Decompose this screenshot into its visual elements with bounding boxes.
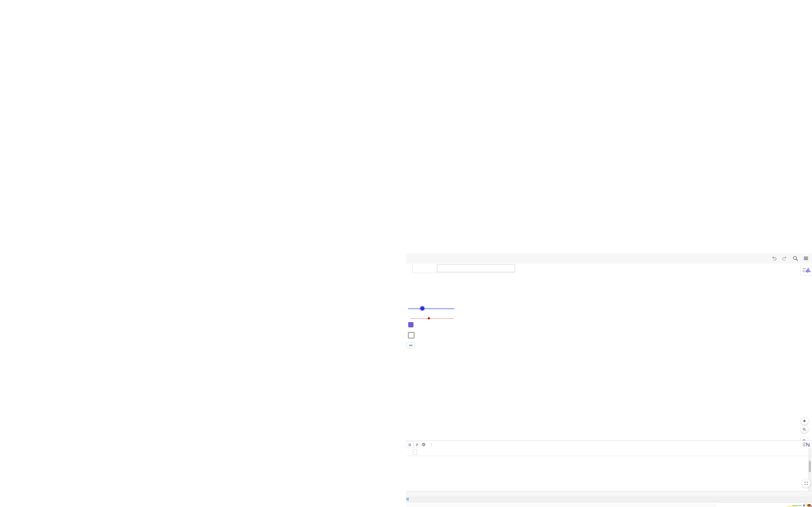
menu-icon[interactable] xyxy=(802,254,810,263)
system-monitor-hud xyxy=(715,502,812,507)
quadrant-bottom-left-mirror xyxy=(0,253,406,507)
tracing-checkbox[interactable] xyxy=(408,332,414,338)
stylebar-kebab-icon[interactable]: ⋮ xyxy=(428,441,435,448)
arc-position-slider[interactable] xyxy=(410,318,454,319)
drop-bars-icon xyxy=(407,498,409,501)
function-input-card xyxy=(412,264,515,273)
hud-spark-yellow-bar xyxy=(806,503,806,507)
undo-icon[interactable] xyxy=(770,254,778,263)
arc-position-slider-handle[interactable] xyxy=(428,317,430,320)
geogebra-browser-window: fx ⚙ ⋮ xyxy=(406,253,812,507)
browser-toolbar xyxy=(406,491,812,497)
function-input[interactable] xyxy=(438,264,515,272)
zoom-in-button[interactable] xyxy=(801,426,808,433)
tree-view-icon[interactable] xyxy=(406,441,413,448)
algebra-stylebar: fx ⚙ ⋮ xyxy=(406,441,812,448)
mirrored-desktop-screenshot: fx ⚙ ⋮ xyxy=(0,0,812,507)
graphics-stylebar-toggle[interactable] xyxy=(800,265,812,275)
quadrant-bottom-right: fx ⚙ ⋮ xyxy=(406,253,812,507)
fullscreen-button[interactable] xyxy=(802,479,811,488)
taskbar xyxy=(406,502,812,507)
hud-spark-brown-box xyxy=(807,504,811,507)
hud-spark-purple-spike xyxy=(803,504,805,506)
arc-length-slider-handle[interactable] xyxy=(420,306,424,311)
step-button[interactable] xyxy=(406,342,415,348)
stylebar-toggle-icon xyxy=(802,267,811,274)
hud-spark-yellow-line xyxy=(787,506,797,507)
graphics-panel-icon[interactable] xyxy=(802,441,811,448)
function-input-label xyxy=(412,264,437,273)
settings-gear-icon[interactable]: ⚙ xyxy=(420,441,427,448)
arc-length-slider[interactable] xyxy=(408,308,455,309)
browser-tab-bar xyxy=(406,497,812,502)
toolbar-right-controls xyxy=(770,254,810,263)
curvature-tangent-checkbox[interactable] xyxy=(408,322,413,327)
hud-spark-green-line xyxy=(793,505,802,506)
plot-canvas[interactable] xyxy=(406,264,812,436)
quadrant-top-right-mirror xyxy=(406,0,812,253)
algebra-list-header xyxy=(406,448,812,456)
scrollbar-thumb[interactable] xyxy=(809,461,811,472)
collapse-icon[interactable] xyxy=(413,449,417,455)
fx-icon[interactable]: fx xyxy=(413,441,420,448)
search-icon[interactable] xyxy=(791,254,800,263)
geogebra-toolbar xyxy=(406,253,812,264)
quadrant-top-left-mirror xyxy=(0,0,406,253)
home-button[interactable] xyxy=(801,417,808,425)
redo-icon[interactable] xyxy=(780,254,789,263)
graphics-view[interactable] xyxy=(406,264,812,436)
hud-spark-red-spike xyxy=(811,505,812,507)
